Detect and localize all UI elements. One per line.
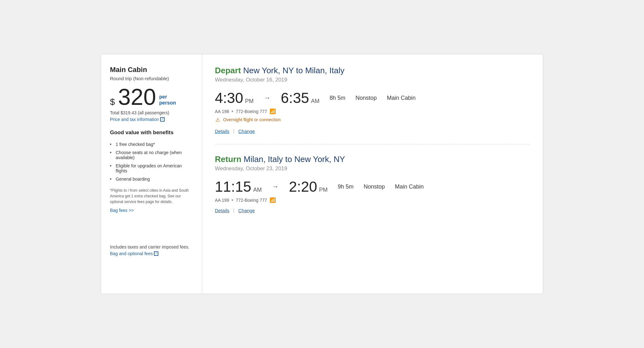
depart-details-link[interactable]: Details bbox=[215, 129, 229, 134]
return-times-row: 11:15 AM → 2:20 PM 9h 5m Nonstop Main Ca… bbox=[215, 179, 530, 194]
depart-nonstop: Nonstop bbox=[355, 95, 377, 101]
return-flight-number: AA 199 bbox=[215, 198, 229, 203]
dollar-sign: $ bbox=[110, 98, 115, 106]
depart-title: Depart New York, NY to Milan, Italy bbox=[215, 66, 530, 75]
depart-flight-info: AA 198 772-Boeing 777 📶 bbox=[215, 108, 530, 114]
depart-time-block: 4:30 PM bbox=[215, 91, 254, 105]
trip-type: Round trip (Non-refundable) bbox=[110, 76, 193, 81]
overnight-row: ⚠ Overnight flight or connection bbox=[215, 117, 530, 123]
benefit-list: 1 free checked bag* Choose seats at no c… bbox=[110, 140, 193, 183]
return-title: Return Milan, Italy to New York, NY bbox=[215, 154, 530, 164]
return-details-link[interactable]: Details bbox=[215, 208, 229, 213]
separator-dot bbox=[232, 111, 233, 112]
return-nonstop: Nonstop bbox=[364, 183, 385, 190]
footnote: *Flights to / from select cities in Asia… bbox=[110, 188, 193, 205]
return-section: Return Milan, Italy to New York, NY Wedn… bbox=[215, 154, 530, 213]
left-panel: Main Cabin Round trip (Non-refundable) $… bbox=[101, 54, 202, 294]
return-links-row: Details | Change bbox=[215, 207, 530, 213]
return-flight-info: AA 199 772-Boeing 777 📶 bbox=[215, 197, 530, 203]
return-header: Return Milan, Italy to New York, NY Wedn… bbox=[215, 154, 530, 172]
depart-date: Wednesday, October 16, 2019 bbox=[215, 77, 530, 83]
external-link-icon bbox=[160, 117, 165, 122]
price-row: $ 320 perperson bbox=[110, 86, 193, 108]
return-arrive-ampm: PM bbox=[319, 187, 328, 193]
wifi-icon: 📶 bbox=[270, 108, 276, 114]
return-duration: 9h 5m bbox=[338, 183, 354, 190]
benefits-title: Good value with benefits bbox=[110, 129, 193, 136]
cabin-title: Main Cabin bbox=[110, 66, 193, 74]
external-link-icon-2 bbox=[154, 251, 158, 256]
depart-links-row: Details | Change bbox=[215, 128, 530, 134]
return-depart-time: 11:15 bbox=[215, 179, 251, 194]
depart-keyword: Depart bbox=[215, 66, 241, 75]
return-keyword: Return bbox=[215, 154, 241, 164]
overnight-text: Overnight flight or connection bbox=[223, 117, 281, 122]
wifi-icon-2: 📶 bbox=[270, 197, 276, 203]
price-tax-link[interactable]: Price and tax information bbox=[110, 117, 165, 122]
return-depart-time-block: 11:15 AM bbox=[215, 179, 262, 194]
return-arrive-time-block: 2:20 PM bbox=[289, 179, 328, 194]
depart-flight-number: AA 198 bbox=[215, 109, 229, 114]
benefit-item: 1 free checked bag* bbox=[110, 140, 193, 148]
per-person-label: perperson bbox=[159, 94, 176, 106]
return-depart-ampm: AM bbox=[253, 187, 262, 193]
depart-section: Depart New York, NY to Milan, Italy Wedn… bbox=[215, 66, 530, 134]
pipe-separator: | bbox=[233, 128, 234, 134]
benefit-item: Choose seats at no charge (when availabl… bbox=[110, 148, 193, 162]
price-amount: 320 bbox=[118, 86, 156, 108]
arrive-time-block: 6:35 AM bbox=[281, 91, 320, 105]
benefit-item: Eligible for upgrades on American flight… bbox=[110, 162, 193, 175]
depart-ampm: PM bbox=[245, 98, 254, 105]
pipe-separator-2: | bbox=[233, 207, 234, 213]
depart-times-row: 4:30 PM → 6:35 AM 8h 5m Nonstop Main Cab… bbox=[215, 91, 530, 105]
return-route: Milan, Italy to New York, NY bbox=[244, 154, 345, 164]
return-cabin: Main Cabin bbox=[395, 183, 424, 190]
total-price: Total $319.43 (all passengers) bbox=[110, 110, 193, 115]
return-date: Wednesday, October 23, 2019 bbox=[215, 165, 530, 172]
booking-card: Main Cabin Round trip (Non-refundable) $… bbox=[101, 54, 543, 294]
arrive-time: 6:35 bbox=[281, 91, 309, 105]
warning-icon: ⚠ bbox=[215, 117, 221, 123]
depart-duration: 8h 5m bbox=[330, 95, 345, 101]
return-arrive-time: 2:20 bbox=[289, 179, 317, 194]
right-panel: Depart New York, NY to Milan, Italy Wedn… bbox=[202, 54, 543, 294]
depart-change-link[interactable]: Change bbox=[238, 129, 255, 134]
depart-cabin: Main Cabin bbox=[387, 95, 416, 101]
section-divider bbox=[215, 144, 530, 144]
arrive-ampm: AM bbox=[311, 98, 319, 105]
bag-optional-link[interactable]: Bag and optional fees bbox=[110, 251, 158, 256]
bag-fees-link[interactable]: Bag fees >> bbox=[110, 208, 193, 213]
return-arrow-icon: → bbox=[272, 183, 279, 191]
includes-text: Includes taxes and carrier imposed fees. bbox=[110, 244, 193, 249]
depart-route: New York, NY to Milan, Italy bbox=[243, 66, 344, 75]
depart-header: Depart New York, NY to Milan, Italy Wedn… bbox=[215, 66, 530, 83]
arrow-icon: → bbox=[264, 94, 271, 102]
return-change-link[interactable]: Change bbox=[238, 208, 255, 213]
separator-dot-2 bbox=[232, 199, 233, 201]
benefit-item: General boarding bbox=[110, 175, 193, 183]
return-aircraft: 772-Boeing 777 bbox=[236, 198, 267, 203]
depart-aircraft: 772-Boeing 777 bbox=[236, 109, 267, 114]
depart-time: 4:30 bbox=[215, 91, 243, 105]
